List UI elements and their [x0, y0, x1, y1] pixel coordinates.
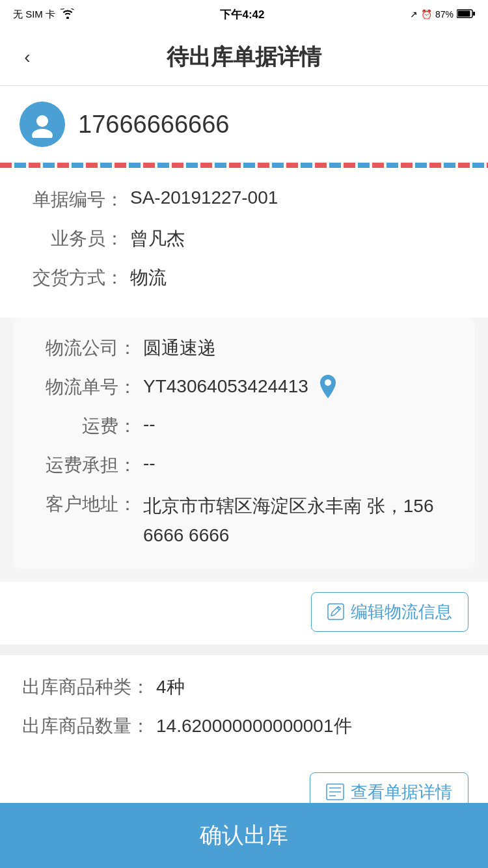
edit-logistics-button[interactable]: 编辑物流信息: [311, 592, 468, 632]
freight-row: 运费： --: [33, 414, 455, 439]
address-value: 北京市市辖区海淀区永丰南 张，156 6666 6666: [143, 492, 455, 550]
svg-rect-1: [457, 10, 470, 16]
status-right: ↗ ⏰ 87%: [410, 9, 475, 20]
logistics-company-value: 圆通速递: [143, 336, 455, 360]
delivery-method-row: 交货方式： 物流: [20, 265, 468, 290]
logistics-company-row: 物流公司： 圆通速递: [33, 336, 455, 360]
battery-icon: [457, 9, 475, 20]
page-title: 待出库单据详情: [167, 42, 321, 72]
svg-point-4: [32, 129, 53, 138]
freight-bearer-label: 运费承担：: [33, 453, 137, 478]
wifi-icon: [61, 8, 75, 21]
goods-type-row: 出库商品种类： 4种: [20, 675, 468, 699]
edit-logistics-label: 编辑物流信息: [351, 601, 452, 623]
goods-type-value: 4种: [156, 675, 185, 699]
goods-quantity-label: 出库商品数量：: [20, 714, 150, 739]
freight-value: --: [143, 414, 455, 435]
back-button[interactable]: ‹: [13, 43, 42, 72]
address-row: 客户地址： 北京市市辖区海淀区永丰南 张，156 6666 6666: [33, 492, 455, 550]
logistics-company-label: 物流公司：: [33, 336, 137, 360]
location-status-icon: ↗: [410, 9, 418, 20]
logistics-tracking-row: 物流单号： YT43064053424413: [33, 375, 455, 400]
edit-btn-container: 编辑物流信息: [0, 582, 488, 645]
delivery-method-value: 物流: [130, 265, 468, 290]
svg-rect-2: [473, 12, 475, 16]
status-time: 下午4:42: [220, 7, 264, 22]
section-divider: [0, 645, 488, 655]
order-number-value: SA-20191227-001: [130, 187, 468, 208]
goods-section: 出库商品种类： 4种 出库商品数量： 14.620000000000001件: [0, 655, 488, 766]
back-arrow-icon: ‹: [24, 48, 30, 66]
avatar: [20, 102, 65, 147]
goods-type-label: 出库商品种类：: [20, 675, 150, 699]
goods-quantity-row: 出库商品数量： 14.620000000000001件: [20, 714, 468, 739]
freight-bearer-value: --: [143, 453, 455, 474]
svg-point-3: [36, 115, 48, 127]
confirm-outbound-button[interactable]: 确认出库: [0, 803, 488, 868]
battery-text: 87%: [435, 9, 454, 20]
status-left: 无 SIM 卡: [13, 8, 75, 21]
dashed-divider: [0, 163, 488, 168]
confirm-btn-container: 确认出库: [0, 803, 488, 868]
freight-bearer-row: 运费承担： --: [33, 453, 455, 478]
customer-header: 17666666666: [0, 86, 488, 163]
sim-text: 无 SIM 卡: [13, 8, 55, 21]
nav-bar: ‹ 待出库单据详情: [0, 29, 488, 86]
salesperson-row: 业务员： 曾凡杰: [20, 226, 468, 251]
salesperson-label: 业务员：: [20, 226, 124, 251]
order-info-section: 单据编号： SA-20191227-001 业务员： 曾凡杰 交货方式： 物流: [0, 168, 488, 318]
freight-label: 运费：: [33, 414, 137, 439]
goods-quantity-value: 14.620000000000001件: [156, 714, 352, 739]
view-details-label: 查看单据详情: [351, 781, 452, 804]
tracking-location-icon[interactable]: [316, 375, 340, 398]
status-bar: 无 SIM 卡 下午4:42 ↗ ⏰ 87%: [0, 0, 488, 29]
svg-point-5: [325, 379, 331, 386]
order-number-row: 单据编号： SA-20191227-001: [20, 187, 468, 212]
logistics-tracking-value: YT43064053424413: [143, 375, 455, 398]
svg-rect-6: [328, 604, 344, 619]
logistics-tracking-label: 物流单号：: [33, 375, 137, 400]
salesperson-value: 曾凡杰: [130, 226, 468, 251]
logistics-card: 物流公司： 圆通速递 物流单号： YT43064053424413 运费： --…: [13, 318, 475, 569]
customer-phone: 17666666666: [78, 111, 229, 139]
alarm-icon: ⏰: [421, 9, 432, 20]
delivery-method-label: 交货方式：: [20, 265, 124, 290]
order-number-label: 单据编号：: [20, 187, 124, 212]
address-label: 客户地址：: [33, 492, 137, 517]
